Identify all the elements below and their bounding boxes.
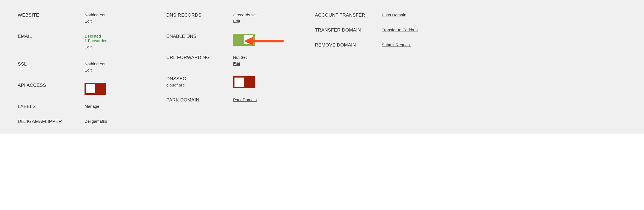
website-value: Nothing Yet Edit bbox=[85, 11, 151, 32]
settings-column-3: ACCOUNT TRANSFER Push Domain TRANSFER DO… bbox=[300, 11, 449, 126]
website-edit-link[interactable]: Edit bbox=[85, 19, 92, 23]
dejigamaflipper-label: DEJIGAMAFLIPPER bbox=[18, 118, 85, 126]
account-transfer-value: Push Domain bbox=[382, 11, 449, 26]
account-transfer-label: ACCOUNT TRANSFER bbox=[315, 11, 382, 26]
transfer-domain-value: Transfer to Porkbun bbox=[382, 26, 449, 41]
email-value: 1 Hosted 1 Forwarded Edit bbox=[85, 32, 151, 60]
toggle-knob bbox=[234, 78, 244, 87]
ssl-label: SSL bbox=[18, 60, 85, 81]
push-domain-link[interactable]: Push Domain bbox=[382, 13, 406, 17]
settings-column-1: WEBSITE Nothing Yet Edit EMAIL 1 Hosted … bbox=[3, 11, 151, 126]
labels-value: Manage bbox=[85, 103, 151, 118]
api-access-toggle[interactable] bbox=[85, 83, 106, 95]
ssl-edit-link[interactable]: Edit bbox=[85, 68, 92, 72]
labels-manage-link[interactable]: Manage bbox=[85, 104, 99, 109]
enable-dns-toggle[interactable] bbox=[233, 34, 255, 46]
url-forwarding-edit-link[interactable]: Edit bbox=[233, 61, 240, 66]
email-edit-link[interactable]: Edit bbox=[85, 45, 92, 49]
dns-records-value: 3 records set Edit bbox=[233, 11, 300, 32]
park-domain-label: PARK DOMAIN bbox=[166, 96, 233, 110]
email-hosted: 1 Hosted bbox=[85, 34, 151, 38]
dnssec-value bbox=[233, 75, 300, 96]
enable-dns-value bbox=[233, 32, 300, 54]
labels-label: LABELS bbox=[18, 103, 85, 118]
website-label: WEBSITE bbox=[18, 11, 85, 32]
email-forwarded: 1 Forwarded bbox=[85, 38, 151, 43]
park-domain-link[interactable]: Park Domain bbox=[233, 97, 257, 102]
toggle-knob bbox=[86, 84, 95, 93]
api-access-value bbox=[85, 81, 151, 103]
dns-records-edit-link[interactable]: Edit bbox=[233, 19, 240, 23]
dns-records-status: 3 records set bbox=[233, 13, 300, 17]
remove-domain-value: Submit Request bbox=[382, 41, 449, 56]
dns-records-label: DNS RECORDS bbox=[166, 11, 233, 32]
ssl-status: Nothing Yet bbox=[85, 61, 151, 66]
website-status: Nothing Yet bbox=[85, 13, 151, 17]
email-label: EMAIL bbox=[18, 32, 85, 60]
url-forwarding-value: Not Set Edit bbox=[233, 54, 300, 75]
ssl-value: Nothing Yet Edit bbox=[85, 60, 151, 81]
enable-dns-label: ENABLE DNS bbox=[166, 32, 233, 54]
url-forwarding-label: URL FORWARDING bbox=[166, 54, 233, 75]
toggle-knob bbox=[244, 35, 253, 44]
transfer-domain-label: TRANSFER DOMAIN bbox=[315, 26, 382, 41]
park-domain-value: Park Domain bbox=[233, 96, 300, 110]
dnssec-toggle[interactable] bbox=[233, 76, 255, 88]
dnssec-sublabel: cloudflare bbox=[166, 83, 233, 87]
dejigamaflipper-value: Dejigamaflip bbox=[85, 118, 151, 126]
submit-request-link[interactable]: Submit Request bbox=[382, 42, 411, 47]
url-forwarding-status: Not Set bbox=[233, 55, 300, 60]
transfer-to-porkbun-link[interactable]: Transfer to Porkbun bbox=[382, 27, 418, 32]
domain-settings-panel: WEBSITE Nothing Yet Edit EMAIL 1 Hosted … bbox=[0, 0, 644, 134]
api-access-label: API ACCESS bbox=[18, 81, 85, 103]
dnssec-label: DNSSEC bbox=[166, 76, 233, 82]
settings-column-2: DNS RECORDS 3 records set Edit ENABLE DN… bbox=[151, 11, 300, 126]
dejigamaflip-link[interactable]: Dejigamaflip bbox=[85, 119, 107, 123]
dnssec-label-block: DNSSEC cloudflare bbox=[166, 75, 233, 96]
remove-domain-label: REMOVE DOMAIN bbox=[315, 41, 382, 56]
